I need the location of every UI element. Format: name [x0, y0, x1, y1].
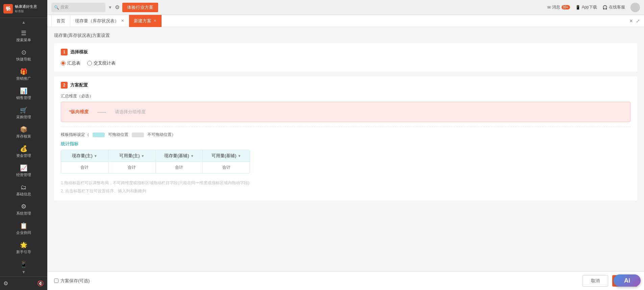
stats-col-3-label: 可用量(基辅): [212, 153, 237, 159]
footer-bar: 方案保存(可选) 取消 查询: [47, 271, 644, 290]
stats-title: 统计指标: [61, 141, 630, 147]
stats-cell-0-1-value: 合计: [128, 165, 136, 170]
app-download-label: App下载: [582, 4, 597, 10]
tab-new-scheme[interactable]: 新建方案 ✕: [129, 15, 162, 27]
expand-icon[interactable]: ⤢: [636, 18, 640, 24]
stats-col-2[interactable]: 现存量(基辅) ▼: [156, 150, 203, 162]
ai-button-label: Ai: [624, 277, 630, 284]
save-checkbox[interactable]: [54, 279, 58, 283]
sidebar-item-inventory[interactable]: 📦 库存核算: [0, 123, 47, 142]
purchase-icon: 🛒: [20, 107, 27, 113]
save-label: 方案保存(可选): [60, 278, 90, 284]
stats-cell-0-3: 合计: [203, 162, 250, 173]
stats-col-3[interactable]: 可用量(基辅) ▼: [203, 150, 250, 162]
sidebar-item-contract[interactable]: 📋 企业协同: [0, 219, 47, 239]
finance-icon: 💰: [20, 146, 27, 152]
sales-icon: 📊: [20, 88, 27, 94]
sidebar-item-label: 资金管理: [16, 153, 31, 158]
message-button[interactable]: ✉ 消息 99+: [547, 4, 570, 10]
non-draggable-badge: [132, 132, 144, 137]
phone-icon: 📱: [575, 5, 580, 10]
sidebar-item-quick-nav[interactable]: ⊙ 快捷导航: [0, 46, 47, 65]
cancel-button[interactable]: 取消: [583, 275, 608, 287]
tip2-text: 2. 点击标题栏下拉可设置排序、插入列和删除列: [61, 187, 630, 195]
radio-summary[interactable]: 汇总表: [61, 60, 80, 66]
sidebar-item-finance[interactable]: 💰 资金管理: [0, 142, 47, 162]
tab-new-scheme-close[interactable]: ✕: [153, 19, 156, 23]
draggable-label: 可拖动位置: [108, 132, 128, 138]
radio-summary-input[interactable]: [61, 61, 66, 66]
sidebar-item-ops[interactable]: 📈 经营管理: [0, 162, 47, 181]
app-download-button[interactable]: 📱 App下载: [575, 4, 597, 10]
user-avatar[interactable]: [630, 3, 640, 12]
close-panel-icon[interactable]: ✕: [629, 18, 633, 24]
sidebar-item-newguide[interactable]: 🌟 新手引导: [0, 239, 47, 258]
step2-header: 2 方案配置: [61, 82, 630, 89]
chevron-down-icon[interactable]: ▼: [108, 5, 112, 10]
tab-inventory-status-close[interactable]: ✕: [121, 19, 124, 23]
divider1: [61, 127, 630, 127]
settings-icon[interactable]: ⚙: [3, 280, 8, 287]
message-badge: 99+: [562, 5, 570, 9]
sidebar-item-label: 营销推广: [16, 76, 31, 81]
sidebar-item-purchase[interactable]: 🛒 采购管理: [0, 104, 47, 123]
step2-title: 方案配置: [70, 82, 88, 88]
stats-col-2-label: 现存量(基辅): [164, 153, 189, 159]
tab-new-scheme-label: 新建方案: [134, 18, 151, 24]
system-icon: ⚙: [21, 203, 26, 210]
sidebar-item-sales[interactable]: 📊 销售管理: [0, 84, 47, 104]
sidebar-item-search-menu[interactable]: ☰ 搜索菜单: [0, 27, 47, 46]
template-indicator-label: 模板指标设定（ 可拖动位置 不可拖动位置）: [61, 132, 630, 138]
sidebar-scroll-down[interactable]: ▼: [0, 268, 47, 276]
dimension-selector[interactable]: *纵向维度 —— 请选择分组维度: [61, 102, 630, 122]
sidebar-logo: 畅 畅康通好生意 标准版: [0, 0, 47, 18]
search-bar[interactable]: 🔍 搜索: [51, 3, 105, 12]
step1-card: 1 选择模板 汇总表 交叉统计表: [54, 43, 637, 72]
summary-dimension-label: 汇总维度（必选）: [61, 93, 630, 99]
tab-controls: ✕ ⤢: [629, 18, 640, 24]
tab-home-label: 首页: [56, 18, 65, 24]
dimension-placeholder: 请选择分组维度: [115, 109, 146, 115]
ai-float-button[interactable]: Ai: [614, 274, 641, 287]
tab-inventory-status[interactable]: 现存量（库存状况表） ✕: [70, 15, 129, 27]
step2-badge: 2: [61, 82, 68, 89]
marketing-icon: 🎁: [20, 69, 27, 75]
stats-table-body: 合计 合计 合计 合计: [61, 162, 250, 173]
online-service-button[interactable]: 🎧 在线客服: [602, 4, 625, 10]
sidebar-item-marketing[interactable]: 🎁 营销推广: [0, 65, 47, 84]
sidebar-scroll-up[interactable]: ▲: [0, 18, 47, 27]
radio-cross[interactable]: 交叉统计表: [87, 60, 116, 66]
gear-icon[interactable]: ⚙: [115, 4, 120, 10]
sound-icon[interactable]: 🔇: [37, 280, 44, 287]
chevron-col-0-icon: ▼: [94, 154, 97, 158]
sidebar-nav: ☰ 搜索菜单 ⊙ 快捷导航 🎁 营销推广 📊 销售管理 🛒 采购管理 📦 库存核…: [0, 27, 47, 268]
sidebar-item-label: 销售管理: [16, 95, 31, 100]
sidebar-item-appcenter[interactable]: 📱 应用中心: [0, 258, 47, 268]
topbar: 🔍 搜索 ▼ ⚙ 体验行业方案 ✉ 消息 99+ 📱 App下载 🎧 在线客服: [47, 0, 644, 15]
page-title: 现存量(库存状况表)方案设置: [54, 32, 637, 39]
contract-icon: 📋: [20, 223, 27, 229]
radio-cross-input[interactable]: [87, 61, 92, 66]
radio-summary-label: 汇总表: [67, 60, 80, 66]
online-service-label: 在线客服: [609, 4, 625, 10]
appcenter-icon: 📱: [20, 261, 27, 267]
app-name: 畅康通好生意: [15, 4, 37, 9]
step1-badge: 1: [61, 49, 68, 55]
newguide-icon: 🌟: [20, 242, 27, 248]
non-draggable-label: 不可拖动位置）: [147, 132, 176, 138]
chevron-col-2-icon: ▼: [191, 154, 194, 158]
stats-cell-0-0: 合计: [61, 162, 108, 173]
template-radio-group: 汇总表 交叉统计表: [61, 60, 630, 66]
stats-col-0[interactable]: 现存量(主) ▼: [61, 150, 108, 162]
trial-industry-button[interactable]: 体验行业方案: [122, 3, 158, 12]
tip1-text: 1.拖动标题栏可以调整布局，不可跨维度或指标区域拖动栏目字段(只能在同一维度或指…: [61, 179, 630, 187]
sidebar-item-system[interactable]: ⚙ 系统管理: [0, 200, 47, 219]
stats-col-1[interactable]: 可用量(主) ▼: [108, 150, 156, 162]
sidebar-item-base[interactable]: 🗂 基础信息: [0, 181, 47, 200]
stats-table-header: 现存量(主) ▼ 可用量(主) ▼ 现存量(基辅) ▼ 可用量(基辅) ▼: [61, 150, 250, 162]
sidebar-bottom: ⚙ 🔇: [0, 276, 47, 290]
sidebar-item-label: 系统管理: [16, 211, 31, 216]
sidebar-item-label: 基础信息: [16, 192, 31, 197]
logo-icon: 畅: [3, 4, 13, 14]
tab-home[interactable]: 首页: [51, 15, 70, 27]
